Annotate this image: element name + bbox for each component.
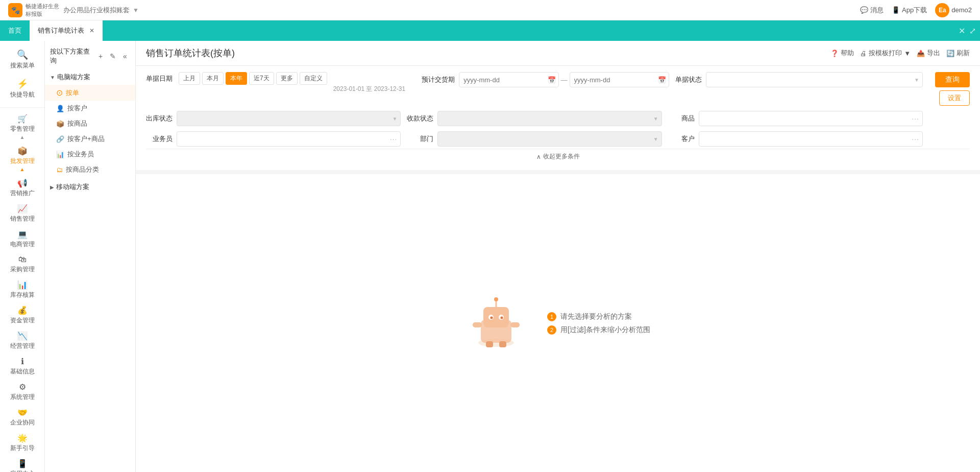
date-btn-custom[interactable]: 自定义 [300,72,327,85]
help-btn[interactable]: ❓ 帮助 [830,49,854,58]
customer-label: 客户 [668,134,695,144]
scheme-item-by-salesman[interactable]: 📊 按业务员 [45,147,135,162]
sidebar-label-basic: 基础信息 [10,367,35,376]
scheme-item-by-order[interactable]: ⊙ 按单 [45,85,135,101]
scheme-item-by-customer[interactable]: 👤 按客户 [45,101,135,116]
purchase-icon: 🛍 [18,255,27,264]
predict-date-from[interactable]: 📅 [459,72,558,87]
scheme-edit-btn[interactable]: ✎ [108,51,118,61]
customer-input[interactable] [699,131,923,147]
svg-rect-11 [473,322,482,327]
export-btn[interactable]: 📤 导出 [917,49,940,58]
out-status-select[interactable] [177,111,401,126]
tab-expand-icon[interactable]: ⤢ [969,26,976,36]
empty-illustration [465,292,527,355]
ops-icon: 📉 [17,331,28,341]
product-input[interactable] [699,111,923,126]
date-btn-this-year[interactable]: 本年 [226,72,247,85]
sidebar-item-quick-nav[interactable]: ⚡ 快捷导航 [0,74,44,103]
sidebar-label-app: 应用中心 [10,469,35,472]
date-btn-last7[interactable]: 近7天 [249,72,274,85]
payment-status-select[interactable] [437,111,662,126]
sys-icon: ⚙ [19,382,26,392]
page-title: 销售订单统计表(按单) [146,47,235,59]
tab-close-all-icon[interactable]: ✕ [959,26,965,36]
scheme-collapse-btn[interactable]: « [120,51,130,61]
date-btn-more[interactable]: 更多 [276,72,298,85]
scheme-group-mobile-header[interactable]: ▶ 移动端方案 [45,179,135,195]
salesman-input[interactable] [177,131,401,147]
avatar: Ea [935,3,949,17]
scheme-group-pc-header[interactable]: ▼ 电脑端方案 [45,69,135,85]
sidebar-item-app[interactable]: 📱 应用中心 [0,456,44,472]
predict-date-to-input[interactable] [570,72,669,87]
top-bar-left: 🐾 畅捷通好生意 标报版 办公用品行业模拟账套 ▼ [8,3,139,17]
user-area[interactable]: Ea demo2 [935,3,972,17]
settings-btn[interactable]: 设置 [939,90,970,106]
scheme-item-by-salesman-label: 按业务员 [67,150,94,159]
top-bar-right: 💬 消息 📱 App下载 Ea demo2 [860,3,972,17]
scheme-group-mobile: ▶ 移动端方案 [45,179,135,195]
predict-date-to[interactable]: 📅 [570,72,669,87]
scheme-item-by-prod-cat[interactable]: 🗂 按商品分类 [45,162,135,177]
date-btn-this-month[interactable]: 本月 [202,72,224,85]
scheme-item-by-product-icon: 📦 [56,120,64,128]
dept-select[interactable] [437,131,662,147]
logo-area: 🐾 畅捷通好生意 标报版 [8,3,59,17]
tab-sales-order-stat[interactable]: 销售订单统计表 ✕ [30,20,103,41]
sidebar-item-sales[interactable]: 📈 销售管理 [0,201,44,226]
sales-icon: 📈 [17,204,28,214]
status-select[interactable] [706,72,923,87]
wholesale-arrow: ▲ [20,167,25,172]
sidebar-label-marketing: 营销推广 [10,189,35,198]
sidebar-label-quick-nav: 快捷导航 [10,90,35,99]
sidebar-item-inventory[interactable]: 📊 库存核算 [0,277,44,302]
collapse-arrow: ∧ [536,153,541,160]
scheme-item-by-product[interactable]: 📦 按商品 [45,116,135,131]
user-label: demo2 [951,6,972,14]
scheme-add-btn[interactable]: + [95,51,106,61]
retail-icon: 🛒 [17,114,28,124]
empty-tips: 1 请先选择要分析的方案 2 用[过滤]条件来缩小分析范围 [547,312,650,335]
sidebar-item-basic[interactable]: ℹ 基础信息 [0,353,44,379]
sidebar-label-retail: 零售管理 [10,125,35,133]
refresh-btn[interactable]: 🔄 刷新 [946,49,970,58]
scheme-group-pc-label: 电脑端方案 [57,73,90,82]
scheme-group-pc: ▼ 电脑端方案 ⊙ 按单 👤 按客户 📦 按商品 🔗 按客户+商品 [45,69,135,177]
ecommerce-icon: 💻 [17,229,28,239]
collapse-label: 收起更多条件 [543,152,580,161]
sidebar-item-purchase[interactable]: 🛍 采购管理 [0,252,44,277]
scheme-item-by-customer-label: 按客户 [67,104,87,113]
sidebar-item-ecommerce[interactable]: 💻 电商管理 [0,226,44,252]
main-layout: 🔍 搜索菜单 ⚡ 快捷导航 🛒 零售管理 ▲ 📦 批发管理 ▲ 📢 营销推广 [0,41,980,472]
query-btn[interactable]: 查询 [935,72,970,87]
scheme-item-by-cust-prod[interactable]: 🔗 按客户+商品 [45,131,135,147]
enterprise-icon: 🤝 [17,408,28,417]
sidebar-item-enterprise[interactable]: 🤝 企业协同 [0,405,44,430]
page-header: 销售订单统计表(按单) ❓ 帮助 🖨 按模板打印 ▼ 📤 [136,41,980,66]
collapse-btn[interactable]: ∧ 收起更多条件 [146,149,970,164]
tab-close-icon[interactable]: ✕ [89,27,94,34]
sidebar-item-wholesale[interactable]: 📦 批发管理 ▲ [0,143,44,175]
message-btn[interactable]: 💬 消息 [860,6,884,15]
sidebar-item-marketing[interactable]: 📢 营销推广 [0,175,44,201]
print-arrow: ▼ [904,50,911,57]
app-download-btn[interactable]: 📱 App下载 [892,6,927,15]
sidebar-item-ops[interactable]: 📉 经营管理 [0,328,44,353]
tab-home-label: 首页 [8,26,21,35]
scheme-group-mobile-arrow: ▶ [50,184,54,190]
breadcrumb-area[interactable]: 办公用品行业模拟账套 ▼ [63,6,139,15]
sidebar-item-finance[interactable]: 💰 资金管理 [0,302,44,328]
print-btn[interactable]: 🖨 按模板打印 ▼ [860,49,911,58]
date-btn-prev-month[interactable]: 上月 [179,72,200,85]
tab-sales-order-label: 销售订单统计表 [38,26,84,35]
sidebar: 🔍 搜索菜单 ⚡ 快捷导航 🛒 零售管理 ▲ 📦 批发管理 ▲ 📢 营销推广 [0,41,45,472]
sidebar-label-sys: 系统管理 [10,393,35,402]
sidebar-item-retail[interactable]: 🛒 零售管理 ▲ [0,111,44,143]
tab-home[interactable]: 首页 [0,20,30,41]
filter-right-btns: 查询 设置 [929,72,970,106]
sidebar-item-newbie[interactable]: 🌟 新手引导 [0,430,44,456]
sidebar-item-search-menu[interactable]: 🔍 搜索菜单 [0,45,44,74]
sidebar-item-sys[interactable]: ⚙ 系统管理 [0,379,44,405]
predict-date-from-input[interactable] [459,72,558,87]
